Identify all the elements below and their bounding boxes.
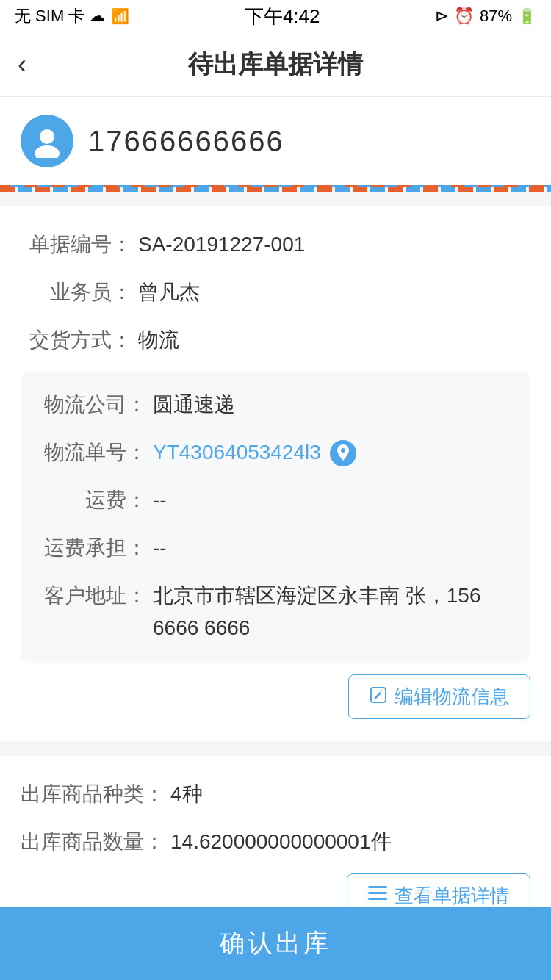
wifi-icon: 📶 [111,7,129,25]
delivery-label: 交货方式： [21,324,138,357]
svg-point-1 [35,145,60,158]
delivery-value: 物流 [138,324,530,357]
logistics-section: 物流公司： 圆通速递 物流单号： YT43064053424l3 运费： -- … [21,371,530,663]
customer-header: 17666666666 [0,97,551,187]
sim-status: 无 SIM 卡 ☁ [15,5,105,27]
svg-rect-3 [368,886,387,888]
goods-quantity-label: 出库商品数量： [21,826,170,859]
order-info-section: 单据编号： SA-20191227-001 业务员： 曾凡杰 交货方式： 物流 … [0,206,551,741]
status-right: ⊳ ⏰ 87% 🔋 [435,7,536,26]
avatar [21,115,73,167]
address-label: 客户地址： [35,580,153,613]
map-location-icon[interactable] [330,440,356,466]
salesperson-value: 曾凡杰 [138,276,530,309]
customer-phone: 17666666666 [88,125,284,158]
status-left: 无 SIM 卡 ☁ 📶 [15,5,129,27]
edit-btn-row: 编辑物流信息 [21,674,530,719]
confirm-btn-wrap[interactable]: 确认出库 [0,907,551,980]
dashed-divider [0,187,551,192]
goods-quantity-value: 14.620000000000001件 [170,826,530,859]
status-time: 下午4:42 [245,4,320,29]
tracking-value: YT43064053424l3 [153,436,516,469]
battery-icon: 🔋 [518,7,536,25]
freight-bear-value: -- [153,532,516,565]
goods-quantity-row: 出库商品数量： 14.620000000000001件 [21,826,530,859]
battery-level: 87% [480,7,512,26]
salesperson-label: 业务员： [21,276,138,309]
freight-bear-label: 运费承担： [35,532,153,565]
goods-types-label: 出库商品种类： [21,778,170,811]
order-number-label: 单据编号： [21,228,138,262]
address-row: 客户地址： 北京市市辖区海淀区永丰南 张，156 6666 6666 [35,580,516,646]
delivery-row: 交货方式： 物流 [21,324,530,357]
confirm-button-label: 确认出库 [220,926,331,960]
page-title: 待出库单据详情 [188,48,363,82]
logistics-company-value: 圆通速递 [153,389,516,422]
goods-types-row: 出库商品种类： 4种 [21,778,530,811]
svg-rect-5 [368,898,387,900]
freight-value: -- [153,484,516,517]
order-number-value: SA-20191227-001 [138,228,530,262]
tracking-label: 物流单号： [35,436,153,469]
goods-types-value: 4种 [170,778,530,811]
svg-point-0 [40,129,54,144]
address-value: 北京市市辖区海淀区永丰南 张，156 6666 6666 [153,580,516,646]
logistics-company-label: 物流公司： [35,389,153,422]
edit-logistics-label: 编辑物流信息 [395,684,509,710]
nav-bar: ‹ 待出库单据详情 [0,32,551,97]
tracking-row: 物流单号： YT43064053424l3 [35,436,516,469]
logistics-company-row: 物流公司： 圆通速递 [35,389,516,422]
back-button[interactable]: ‹ [18,49,26,80]
order-number-row: 单据编号： SA-20191227-001 [21,228,530,262]
freight-label: 运费： [35,484,153,517]
edit-icon [370,686,387,708]
alarm-icon: ⏰ [454,7,474,26]
freight-row: 运费： -- [35,484,516,517]
location-status-icon: ⊳ [435,7,448,26]
status-bar: 无 SIM 卡 ☁ 📶 下午4:42 ⊳ ⏰ 87% 🔋 [0,0,551,32]
svg-rect-4 [368,892,387,894]
list-icon [368,884,387,907]
freight-bear-row: 运费承担： -- [35,532,516,565]
salesperson-row: 业务员： 曾凡杰 [21,276,530,309]
view-details-label: 查看单据详情 [395,883,509,909]
edit-logistics-button[interactable]: 编辑物流信息 [348,674,530,719]
